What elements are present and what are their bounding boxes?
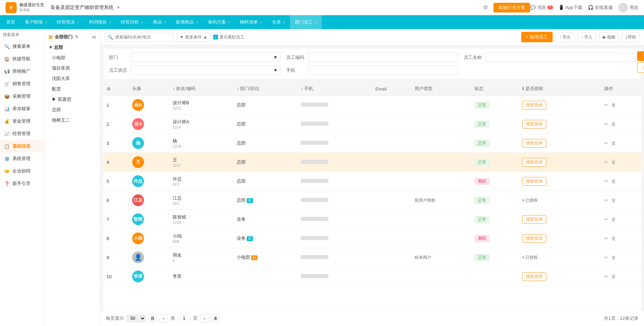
phone-input[interactable] bbox=[308, 65, 458, 75]
delete-icon[interactable]: 🗑 bbox=[611, 197, 616, 203]
sidebar-item-guide[interactable]: ❓新手引导 bbox=[0, 177, 45, 190]
auth-login-button[interactable]: 授权登录 bbox=[522, 177, 546, 186]
nav-tab-经营历程[interactable]: 经营历程× bbox=[116, 15, 148, 29]
delete-icon[interactable]: 🗑 bbox=[611, 255, 616, 260]
export-button[interactable]: ↑ 导出 bbox=[555, 32, 574, 42]
nav-tab-仓库[interactable]: 仓库× bbox=[267, 15, 290, 29]
close-tab-icon[interactable]: × bbox=[45, 20, 47, 24]
dept-settings-icon[interactable]: ✎ bbox=[75, 34, 79, 40]
show-resign-wrap[interactable]: ✓ 显示离职员工 bbox=[213, 34, 244, 40]
dept-item-小电部[interactable]: 小电部 bbox=[45, 53, 100, 63]
auth-login-button[interactable]: 授权登录 bbox=[522, 215, 546, 224]
edit-icon[interactable]: ✏ bbox=[604, 178, 608, 184]
delete-icon[interactable]: 🗑 bbox=[611, 121, 616, 127]
nav-tab-经营情况[interactable]: 经营情况× bbox=[52, 15, 84, 29]
sidebar-item-search[interactable]: 🔍搜索菜单 bbox=[0, 40, 45, 53]
nav-tab-条码方案[interactable]: 条码方案× bbox=[203, 15, 235, 29]
nav-tab-部门员工[interactable]: 部门员工× bbox=[290, 15, 322, 29]
dept-item-项目库房[interactable]: 项目库房 bbox=[45, 63, 100, 73]
edit-icon[interactable]: ✏ bbox=[604, 217, 608, 222]
auth-login-button[interactable]: 授权登录 bbox=[522, 272, 546, 281]
sidebar-item-operation[interactable]: 📈经营管理 bbox=[0, 127, 45, 140]
edit-icon[interactable]: ✏ bbox=[604, 102, 608, 108]
sidebar-item-inventory[interactable]: 📊库存核算 bbox=[0, 103, 45, 115]
close-tab-icon[interactable]: × bbox=[315, 20, 317, 24]
delete-icon[interactable]: 🗑 bbox=[611, 140, 616, 146]
edit-icon[interactable]: ✏ bbox=[604, 197, 608, 203]
emp-name-input[interactable] bbox=[486, 53, 635, 62]
edit-icon[interactable]: ✏ bbox=[604, 121, 608, 127]
close-tab-icon[interactable]: × bbox=[228, 20, 230, 24]
delete-icon[interactable]: 🗑 bbox=[611, 159, 616, 165]
nav-tab-利润报告[interactable]: 利润报告× bbox=[84, 15, 116, 29]
edit-icon[interactable]: ✏ bbox=[604, 140, 608, 146]
auth-login-button[interactable]: 授权登录 bbox=[522, 234, 546, 243]
delete-icon[interactable]: 🗑 bbox=[611, 274, 616, 279]
sidebar-item-enterprise[interactable]: 🤝企业协同 bbox=[0, 165, 45, 177]
sidebar-item-sales[interactable]: 🛒销售管理 bbox=[0, 78, 45, 90]
view-button[interactable]: ▶ 视频 bbox=[599, 32, 619, 42]
first-page-button[interactable]: 首 bbox=[148, 314, 157, 323]
add-employee-button[interactable]: + 新增员工 bbox=[521, 32, 553, 42]
show-resign-checkbox[interactable]: ✓ bbox=[213, 35, 218, 39]
auth-login-button[interactable]: 授权登录 bbox=[522, 120, 546, 129]
sidebar-item-marketing[interactable]: 📢营销推广 bbox=[0, 65, 45, 78]
emp-status-select[interactable]: ▼ bbox=[131, 65, 281, 75]
nav-tab-新增商品[interactable]: 新增商品× bbox=[171, 15, 203, 29]
auth-login-button[interactable]: 授权登录 bbox=[522, 101, 546, 109]
dept-select[interactable]: ▼ bbox=[131, 53, 281, 62]
gear-icon[interactable]: ⚙ bbox=[483, 4, 488, 11]
close-tab-icon[interactable]: × bbox=[109, 20, 111, 24]
close-tab-icon[interactable]: × bbox=[164, 20, 166, 24]
edit-icon[interactable]: ✏ bbox=[604, 255, 608, 260]
nav-tab-物料清单[interactable]: 物料清单× bbox=[235, 15, 267, 29]
close-tab-icon[interactable]: × bbox=[260, 20, 262, 24]
next-page-button[interactable]: › bbox=[200, 314, 209, 323]
import-button[interactable]: ↓ 导入 bbox=[577, 32, 596, 42]
sidebar-item-shortcut[interactable]: 🏠快捷导航 bbox=[0, 53, 45, 65]
edit-icon[interactable]: ✏ bbox=[604, 274, 608, 279]
dept-item-植树王二[interactable]: 植树王二 bbox=[45, 115, 100, 125]
sidebar-item-purchase[interactable]: 📦采购管理 bbox=[0, 90, 45, 103]
nav-tab-商品[interactable]: 商品× bbox=[148, 15, 171, 29]
nav-tab-首页[interactable]: 首页 bbox=[1, 15, 20, 29]
delete-icon[interactable]: 🗑 bbox=[611, 178, 616, 184]
message-btn[interactable]: 💬 消息 5 bbox=[530, 5, 553, 11]
close-tab-icon[interactable]: × bbox=[283, 20, 285, 24]
query-button[interactable]: 查询 bbox=[637, 51, 644, 61]
dept-item-配货[interactable]: 配货 bbox=[45, 84, 100, 94]
nav-tab-客户联络[interactable]: 客户联络× bbox=[20, 15, 52, 29]
more-filter-btn[interactable]: ▼ 更多条件 ▲ bbox=[176, 33, 210, 42]
close-tab-icon[interactable]: × bbox=[141, 20, 143, 24]
sidebar-search-input[interactable] bbox=[3, 32, 45, 37]
per-page-select[interactable]: 50 20 100 bbox=[127, 315, 146, 322]
sidebar-search[interactable]: 🔍 bbox=[0, 29, 45, 40]
trial-button[interactable]: 体验行业方案 bbox=[493, 3, 530, 12]
sidebar-item-basic[interactable]: 📋基础信息 bbox=[0, 140, 45, 152]
auth-login-button[interactable]: 授权登录 bbox=[522, 158, 546, 167]
sidebar-item-system[interactable]: ⚙️系统管理 bbox=[0, 152, 45, 165]
collapse-icon[interactable]: ≪ bbox=[91, 34, 97, 40]
prev-page-button[interactable]: ‹ bbox=[160, 314, 168, 323]
dept-item-总部[interactable]: 总部 bbox=[45, 105, 100, 115]
close-tab-icon[interactable]: × bbox=[196, 20, 198, 24]
search-input[interactable] bbox=[115, 35, 167, 39]
dept-item-双废想[interactable]: ▶ 双废想 bbox=[45, 94, 100, 105]
help-button[interactable]: | 帮助 bbox=[622, 32, 640, 42]
page-input[interactable] bbox=[178, 315, 190, 322]
app-download-btn[interactable]: 📱 App下载 bbox=[559, 5, 582, 11]
dept-item-沈阳大库[interactable]: 沈阳大库 bbox=[45, 73, 100, 84]
edit-icon[interactable]: ✏ bbox=[604, 159, 608, 165]
delete-icon[interactable]: 🗑 bbox=[611, 217, 616, 222]
close-tab-icon[interactable]: × bbox=[77, 20, 79, 24]
filter-settings-button[interactable]: 设置 bbox=[637, 62, 644, 73]
sidebar-item-finance[interactable]: 💰资金管理 bbox=[0, 115, 45, 127]
search-wrap[interactable]: 🔍 bbox=[105, 33, 174, 42]
delete-icon[interactable]: 🗑 bbox=[611, 102, 616, 108]
last-page-button[interactable]: 末 bbox=[211, 314, 220, 323]
delete-icon[interactable]: 🗑 bbox=[611, 236, 616, 241]
user-area[interactable]: 用友 bbox=[618, 3, 638, 12]
edit-icon[interactable]: ✏ bbox=[604, 236, 608, 241]
online-service-btn[interactable]: 🎧 在线客服 bbox=[588, 5, 613, 11]
emp-code-input[interactable] bbox=[308, 53, 458, 62]
